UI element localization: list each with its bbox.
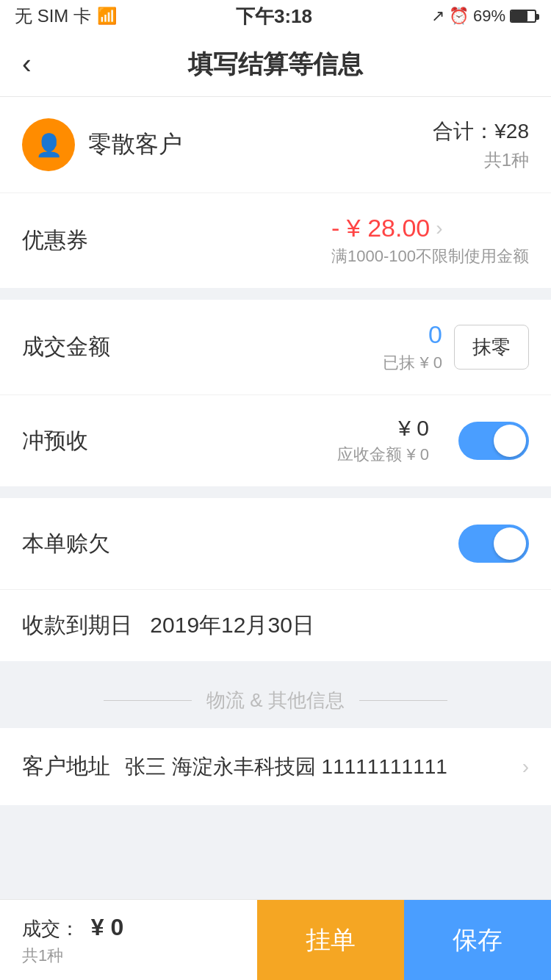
deal-amount-section: 成交金额 0 已抹 ¥ 0 抹零 冲预收 ¥ 0 应收金额 ¥ 0 [0, 300, 551, 486]
customer-right: 合计：¥28 共1种 [433, 118, 529, 172]
avatar: 👤 [22, 118, 75, 171]
coupon-desc: 满1000-100不限制使用金额 [331, 245, 529, 267]
deal-amount-sub: 已抹 ¥ 0 [383, 352, 442, 374]
address-section: 客户地址 张三 海淀永丰科技园 11111111111 › [0, 728, 551, 805]
prepayment-amount: ¥ 0 [337, 416, 429, 441]
status-bar: 无 SIM 卡 📶 下午3:18 ↗ ⏰ 69% [0, 0, 551, 32]
bottom-amount: ¥ 0 [91, 914, 123, 940]
logistics-label: 物流 & 其他信息 [104, 688, 447, 713]
battery-percent: 69% [473, 7, 505, 26]
address-value: 张三 海淀永丰科技园 11111111111 [125, 753, 522, 781]
bottom-left: 成交： ¥ 0 共1种 [0, 900, 257, 980]
toggle-thumb-debt [494, 527, 526, 560]
alarm-icon: ⏰ [449, 7, 469, 26]
round-zero-button[interactable]: 抹零 [454, 325, 529, 370]
bottom-count: 共1种 [22, 945, 235, 967]
debt-label: 本单赊欠 [22, 529, 110, 559]
save-button[interactable]: 保存 [404, 900, 551, 980]
location-icon: ↗ [431, 7, 444, 26]
coupon-label: 优惠券 [22, 226, 88, 256]
status-time: 下午3:18 [236, 4, 312, 29]
wifi-icon: 📶 [97, 7, 117, 26]
logistics-line-left [104, 700, 192, 701]
prepayment-row: 冲预收 ¥ 0 应收金额 ¥ 0 [0, 395, 551, 486]
sim-status: 无 SIM 卡 [15, 4, 91, 28]
deal-amount-label: 成交金额 [22, 332, 110, 362]
customer-left: 👤 零散客户 [22, 118, 182, 171]
chevron-right-address-icon: › [522, 755, 529, 779]
address-row[interactable]: 客户地址 张三 海淀永丰科技园 11111111111 › [0, 728, 551, 805]
due-date-row: 收款到期日 2019年12月30日 [0, 589, 551, 661]
coupon-discount: - ¥ 28.00 [331, 214, 430, 242]
hang-button[interactable]: 挂单 [257, 900, 404, 980]
deal-amount-row: 成交金额 0 已抹 ¥ 0 抹零 [0, 300, 551, 395]
prepayment-toggle[interactable] [458, 422, 529, 460]
customer-name: 零散客户 [88, 129, 182, 161]
customer-total: 合计：¥28 [433, 118, 529, 145]
prepayment-label: 冲预收 [22, 426, 88, 456]
nav-bar: ‹ 填写结算等信息 [0, 32, 551, 97]
coupon-row[interactable]: 优惠券 - ¥ 28.00 › 满1000-100不限制使用金额 [0, 192, 551, 288]
battery-icon [510, 10, 536, 23]
toggle-thumb [494, 425, 526, 457]
bottom-deal-line: 成交： ¥ 0 [22, 914, 235, 942]
debt-row: 本单赊欠 [0, 498, 551, 589]
page-title: 填写结算等信息 [188, 48, 363, 82]
due-date-value: 2019年12月30日 [150, 613, 314, 637]
status-right: ↗ ⏰ 69% [431, 7, 536, 26]
coupon-right: - ¥ 28.00 › 满1000-100不限制使用金额 [331, 214, 529, 267]
debt-section: 本单赊欠 收款到期日 2019年12月30日 [0, 498, 551, 661]
prepayment-right: ¥ 0 应收金额 ¥ 0 [337, 416, 429, 466]
prepayment-sub: 应收金额 ¥ 0 [337, 444, 429, 466]
customer-section: 👤 零散客户 合计：¥28 共1种 优惠券 - ¥ 28.00 › 满1000-… [0, 97, 551, 288]
customer-row: 👤 零散客户 合计：¥28 共1种 [0, 97, 551, 192]
deal-amount-value: 0 [428, 320, 442, 348]
bottom-bar: 成交： ¥ 0 共1种 挂单 保存 [0, 899, 551, 980]
address-label: 客户地址 [22, 752, 110, 782]
logistics-text: 物流 & 其他信息 [206, 688, 345, 713]
debt-toggle[interactable] [458, 525, 529, 563]
person-icon: 👤 [35, 132, 62, 158]
customer-count: 共1种 [433, 148, 529, 172]
logistics-section: 物流 & 其他信息 [0, 673, 551, 728]
logistics-line-right [359, 700, 447, 701]
bottom-deal-label: 成交： [22, 918, 79, 940]
deal-amount-right: 0 已抹 ¥ 0 抹零 [383, 320, 529, 374]
due-date-label: 收款到期日 [22, 613, 132, 637]
chevron-right-icon: › [436, 217, 442, 240]
back-button[interactable]: ‹ [22, 48, 32, 80]
status-left: 无 SIM 卡 📶 [15, 4, 117, 28]
